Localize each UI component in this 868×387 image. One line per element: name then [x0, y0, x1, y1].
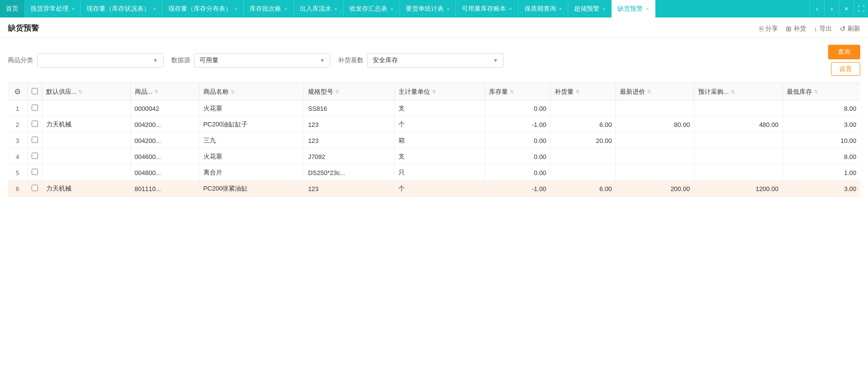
- row-checkbox-cell: [27, 117, 42, 133]
- nav-controls: ‹ › × ⛶: [810, 0, 868, 18]
- row-checkbox[interactable]: [32, 105, 38, 111]
- chevron-down-icon: ▼: [320, 57, 325, 63]
- replenish-base-value: 安全库存: [373, 56, 487, 65]
- row-unit: 只: [394, 165, 485, 181]
- row-index: 6: [8, 181, 27, 197]
- data-table: ⚙ 默认供应... ⇅ 商品... ⇅: [8, 83, 860, 197]
- datasource-label: 数据源: [171, 56, 190, 65]
- close-icon[interactable]: ×: [334, 6, 337, 12]
- replenish-base-select[interactable]: 安全库存 ▼: [367, 53, 504, 68]
- row-est-purchase: [694, 133, 782, 149]
- row-latest-price: [616, 133, 694, 149]
- row-checkbox[interactable]: [32, 185, 38, 191]
- export-button[interactable]: ↓ 导出: [814, 24, 832, 33]
- close-icon[interactable]: ×: [602, 6, 605, 12]
- row-min-stock: 1.00: [782, 165, 860, 181]
- row-est-purchase: [694, 149, 782, 165]
- tab-inventory-status[interactable]: 现存量（库存状况表） ×: [81, 0, 162, 18]
- row-product-name: PC200油缸缸子: [199, 117, 304, 133]
- datasource-select[interactable]: 可用量 ▼: [194, 53, 330, 68]
- close-icon[interactable]: ×: [390, 6, 393, 12]
- row-product-code: 0000042: [130, 101, 199, 117]
- tab-available-account[interactable]: 可用量库存账本 ×: [456, 0, 518, 18]
- row-latest-price: [616, 165, 694, 181]
- sort-icon[interactable]: ⇅: [731, 89, 735, 94]
- close-icon[interactable]: ×: [447, 6, 450, 12]
- row-product-code: 004600...: [130, 149, 199, 165]
- tab-flow[interactable]: 出入库流水 ×: [294, 0, 344, 18]
- table-row: 1 0000042 火花塞 SS816 支 0.00 8.00: [8, 101, 860, 117]
- nav-close-button[interactable]: ×: [839, 0, 853, 18]
- row-est-purchase: [694, 165, 782, 181]
- row-est-purchase: 480.00: [694, 117, 782, 133]
- close-icon[interactable]: ×: [153, 6, 156, 12]
- row-checkbox[interactable]: [32, 121, 38, 127]
- table-row: 3 004200... 三九 123 箱 0.00 20.00 10.00: [8, 133, 860, 149]
- row-spec: 123: [304, 117, 395, 133]
- tab-home[interactable]: 首页: [0, 0, 25, 18]
- datasource-filter-group: 数据源 可用量 ▼: [171, 53, 330, 68]
- row-spec: J7092: [304, 149, 395, 165]
- row-min-stock: 3.00: [782, 117, 860, 133]
- table-row: 6 力天机械 801110... PC200张紧油缸 123 个 -1.00 6…: [8, 181, 860, 197]
- table-row: 2 力天机械 004200... PC200油缸缸子 123 个 -1.00 6…: [8, 117, 860, 133]
- sort-icon[interactable]: ⇅: [231, 89, 235, 94]
- row-product-code: 004200...: [130, 117, 199, 133]
- close-icon[interactable]: ×: [72, 6, 74, 12]
- sort-icon[interactable]: ⇅: [78, 89, 82, 94]
- tab-summary[interactable]: 收发存汇总表 ×: [344, 0, 399, 18]
- sort-icon[interactable]: ⇅: [814, 89, 818, 94]
- nav-maximize-button[interactable]: ⛶: [853, 0, 868, 18]
- row-latest-price: 80.00: [616, 117, 694, 133]
- sort-icon[interactable]: ⇅: [510, 89, 514, 94]
- row-checkbox[interactable]: [32, 169, 38, 175]
- tab-picking[interactable]: 拣货异常处理 ×: [25, 0, 81, 18]
- tab-shortage[interactable]: 缺货预警 ×: [612, 0, 655, 18]
- row-index: 1: [8, 101, 27, 117]
- settings-button[interactable]: 设置: [831, 62, 860, 76]
- row-product-name: 火花塞: [199, 101, 304, 117]
- sort-icon[interactable]: ⇅: [432, 89, 436, 94]
- nav-prev-button[interactable]: ‹: [810, 0, 824, 18]
- row-stock: 0.00: [485, 165, 550, 181]
- tab-order-stats[interactable]: 要货单统计表 ×: [400, 0, 456, 18]
- sort-icon[interactable]: ⇅: [335, 89, 339, 94]
- close-icon[interactable]: ×: [284, 6, 287, 12]
- th-unit: 主计量单位 ⇅: [394, 83, 485, 101]
- row-spec: 123: [304, 133, 395, 149]
- chevron-down-icon: ▼: [153, 57, 158, 63]
- row-checkbox[interactable]: [32, 153, 38, 159]
- tab-overstock[interactable]: 超储预警 ×: [568, 0, 612, 18]
- category-select[interactable]: ▼: [37, 53, 163, 68]
- query-button[interactable]: 查询: [828, 45, 860, 59]
- row-supplier: [42, 149, 130, 165]
- row-product-name: 火花塞: [199, 149, 304, 165]
- row-latest-price: 200.00: [616, 181, 694, 197]
- replenish-button[interactable]: ⊞ 补货: [786, 24, 806, 33]
- row-product-name: PC200张紧油缸: [199, 181, 304, 197]
- tab-batch-account[interactable]: 库存批次账 ×: [244, 0, 293, 18]
- nav-next-button[interactable]: ›: [824, 0, 839, 18]
- th-gear: ⚙: [8, 83, 27, 101]
- sort-icon[interactable]: ⇅: [154, 89, 158, 94]
- close-icon[interactable]: ×: [509, 6, 512, 12]
- gear-icon[interactable]: ⚙: [14, 88, 21, 96]
- th-supplier-label: 默认供应...: [46, 88, 77, 96]
- replenish-base-filter-group: 补货基数 安全库存 ▼: [338, 53, 504, 68]
- table-header-row: ⚙ 默认供应... ⇅ 商品... ⇅: [8, 83, 860, 101]
- row-latest-price: [616, 149, 694, 165]
- select-all-checkbox[interactable]: [32, 88, 38, 94]
- close-icon[interactable]: ×: [235, 6, 237, 12]
- sort-icon[interactable]: ⇅: [576, 89, 579, 94]
- close-icon[interactable]: ×: [559, 6, 562, 12]
- table-row: 5 004800... 离合片 DS250*23c... 只 0.00 1.00: [8, 165, 860, 181]
- refresh-button[interactable]: ↺ 刷新: [840, 24, 860, 33]
- share-icon: ⎘: [760, 25, 763, 33]
- row-checkbox[interactable]: [32, 137, 38, 143]
- tab-expiry[interactable]: 保质期查询 ×: [519, 0, 568, 18]
- row-checkbox-cell: [27, 133, 42, 149]
- sort-icon[interactable]: ⇅: [647, 89, 651, 94]
- share-button[interactable]: ⎘ 分享: [760, 24, 778, 33]
- tab-inventory-dist[interactable]: 现存量（库存分布表） ×: [163, 0, 244, 18]
- close-icon[interactable]: ×: [646, 6, 649, 12]
